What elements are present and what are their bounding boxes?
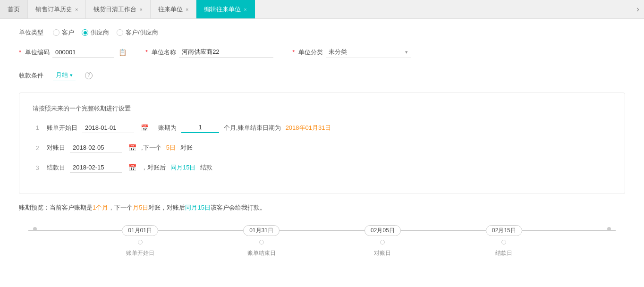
period-suffix-mid-2: 对账 xyxy=(180,144,193,152)
tab-bar: 首页 销售订单历史 × 钱货日清工作台 × 往来单位 × 编辑往来单位 × › xyxy=(0,0,644,19)
copy-icon[interactable]: 📋 xyxy=(119,49,127,56)
payment-chevron-icon: ▾ xyxy=(70,72,73,78)
period-next-3: 同月15日 xyxy=(170,163,195,172)
calendar-icon-2[interactable]: 📅 xyxy=(128,144,136,152)
tab-home-label: 首页 xyxy=(8,5,20,14)
timeline-label-4: 结款日 xyxy=(495,249,512,257)
radio-both-label: 客户/供应商 xyxy=(126,28,158,37)
period-end-date-1: 2018年01月31日 xyxy=(286,124,331,132)
timeline-dot-4 xyxy=(501,240,506,245)
period-type-2: 对账日 xyxy=(47,144,65,152)
unit-type-label: 单位类型 xyxy=(19,28,43,37)
tab-edit-partner[interactable]: 编辑往来单位 × xyxy=(196,0,254,18)
unit-code-group: * 单位编码 📋 xyxy=(19,47,127,58)
calendar-icon-3[interactable]: 📅 xyxy=(128,164,136,171)
tab-home[interactable]: 首页 xyxy=(0,0,28,18)
unit-details-row: * 单位编码 📋 * 单位名称 * 单位分类 未分类 ▾ xyxy=(19,46,625,58)
timeline-dot-2 xyxy=(259,240,264,245)
timeline-left-end xyxy=(33,225,37,257)
timeline-node-4: 02月15日 结款日 xyxy=(486,225,522,257)
help-icon[interactable]: ? xyxy=(85,72,93,79)
radio-both[interactable]: 客户/供应商 xyxy=(117,28,158,37)
unit-category-value: 未分类 xyxy=(329,48,403,56)
period-num-2: 2 xyxy=(33,144,42,152)
timeline-dot-1 xyxy=(138,240,143,245)
timeline-endpoint-left xyxy=(33,227,37,231)
main-content: 单位类型 客户 供应商 客户/供应商 * 单位编码 📋 * xyxy=(0,19,644,287)
period-month-input[interactable] xyxy=(181,122,219,133)
period-row-3: 3 结款日 📅 ，对账后 同月15日 结款 xyxy=(33,162,611,173)
radio-both-circle xyxy=(117,29,123,36)
unit-name-input[interactable] xyxy=(179,47,273,58)
panel-hint: 请按照未来的一个完整帐期进行设置 xyxy=(33,104,611,113)
unit-type-row: 单位类型 客户 供应商 客户/供应商 xyxy=(19,28,625,37)
period-date-1[interactable] xyxy=(82,123,134,133)
period-row-1: 1 账单开始日 📅 账期为 个月,账单结束日期为 2018年01月31日 xyxy=(33,122,611,133)
radio-supplier-label: 供应商 xyxy=(91,28,109,37)
period-num-3: 3 xyxy=(33,164,42,171)
timeline-node-3: 02月05日 对账日 xyxy=(364,225,401,257)
period-type-1: 账单开始日 xyxy=(47,124,77,132)
tab-partner-label: 往来单位 xyxy=(158,5,183,14)
tab-cash-work-close[interactable]: × xyxy=(139,7,142,12)
timeline-label-3: 对账日 xyxy=(374,249,391,257)
radio-customer[interactable]: 客户 xyxy=(53,28,74,37)
timeline-date-3: 02月05日 xyxy=(364,225,401,236)
period-row-2: 2 对账日 📅 ,下一个 5日 对账 xyxy=(33,143,611,153)
timeline-label-1: 账单开始日 xyxy=(126,249,154,257)
tab-partner[interactable]: 往来单位 × xyxy=(151,0,196,18)
timeline-section: 01月01日 账单开始日 01月31日 账单结束日 02月05日 对账日 02月… xyxy=(19,225,625,257)
timeline-date-2: 01月31日 xyxy=(243,225,280,236)
name-required-star: * xyxy=(145,49,148,56)
period-date-2[interactable] xyxy=(70,143,122,153)
timeline-right-end xyxy=(607,225,611,257)
timeline-date-4: 02月15日 xyxy=(486,225,522,236)
timeline-node-1: 01月01日 账单开始日 xyxy=(122,225,158,257)
unit-name-label: 单位名称 xyxy=(152,48,176,57)
chevron-down-icon: ▾ xyxy=(405,49,408,55)
tab-cash-work[interactable]: 钱货日清工作台 × xyxy=(86,0,150,18)
timeline-dot-3 xyxy=(380,240,385,245)
period-type-3: 结款日 xyxy=(47,163,65,172)
radio-customer-circle xyxy=(53,29,59,36)
unit-category-group: * 单位分类 未分类 ▾ xyxy=(292,46,411,58)
preview-mid1: ，下一个 xyxy=(108,204,133,211)
tab-edit-partner-close[interactable]: × xyxy=(244,7,246,12)
period-date-3[interactable] xyxy=(70,162,122,173)
preview-period: 1个月 xyxy=(93,204,108,211)
timeline-endpoint-right xyxy=(607,227,611,231)
preview-prefix: 账期预览：当前客户账期是 xyxy=(19,204,93,211)
radio-supplier[interactable]: 供应商 xyxy=(82,28,109,37)
timeline-node-2: 01月31日 账单结束日 xyxy=(243,225,280,257)
unit-category-dropdown[interactable]: 未分类 ▾ xyxy=(326,46,411,58)
preview-check-day: 月5日 xyxy=(133,204,148,211)
tab-partner-close[interactable]: × xyxy=(186,7,188,12)
period-suffix-mid-3: 结款 xyxy=(200,163,212,172)
radio-supplier-circle xyxy=(82,29,88,36)
unit-code-input[interactable] xyxy=(52,47,114,58)
tab-sales-history-close[interactable]: × xyxy=(75,7,78,12)
period-suffix-mid-1: 个月,账单结束日期为 xyxy=(224,124,281,132)
tab-edit-partner-label: 编辑往来单位 xyxy=(204,5,241,14)
tab-sales-history-label: 销售订单历史 xyxy=(35,5,72,14)
payment-row: 收款条件 月结 ▾ ? xyxy=(19,69,625,81)
payment-dropdown[interactable]: 月结 ▾ xyxy=(53,69,76,81)
period-num-1: 1 xyxy=(33,124,42,131)
period-suffix-pre-2: ,下一个 xyxy=(141,144,161,152)
period-suffix-pre-3: ，对账后 xyxy=(141,163,166,172)
unit-code-label: 单位编码 xyxy=(25,48,50,57)
unit-type-radio-group: 客户 供应商 客户/供应商 xyxy=(53,28,158,37)
payment-value: 月结 xyxy=(56,71,68,79)
tab-expand-button[interactable]: › xyxy=(632,0,644,18)
tab-sales-history[interactable]: 销售订单历史 × xyxy=(28,0,86,18)
calendar-icon-1[interactable]: 📅 xyxy=(141,124,149,132)
unit-name-group: * 单位名称 xyxy=(145,47,273,58)
radio-customer-label: 客户 xyxy=(62,28,74,37)
payment-label: 收款条件 xyxy=(19,71,43,80)
code-required-star: * xyxy=(19,49,21,56)
period-suffix-pre-1: 账期为 xyxy=(158,124,177,132)
timeline-nodes: 01月01日 账单开始日 01月31日 账单结束日 02月05日 对账日 02月… xyxy=(33,225,611,257)
period-panel: 请按照未来的一个完整帐期进行设置 1 账单开始日 📅 账期为 个月,账单结束日期… xyxy=(19,93,625,194)
unit-category-label: 单位分类 xyxy=(298,48,323,57)
preview-suffix: 该客户会给我打款。 xyxy=(211,204,266,211)
